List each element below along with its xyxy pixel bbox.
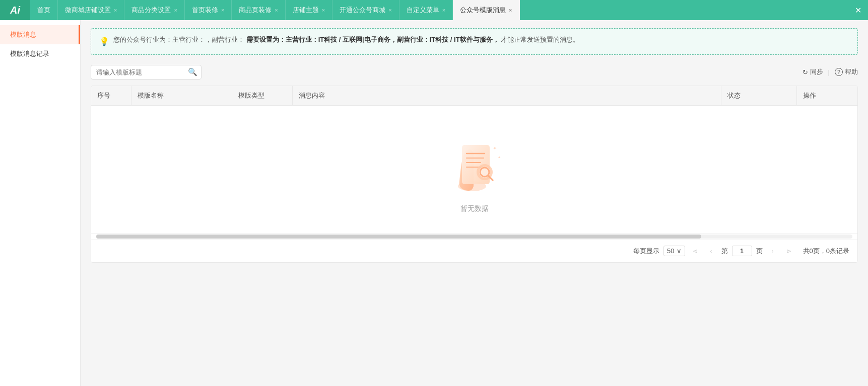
search-right: ↻ 同步 | ? 帮助 <box>803 67 858 76</box>
sidebar-item-template-msg[interactable]: 模版消息 <box>0 25 80 44</box>
topbar: Ai 首页微商城店铺设置×商品分类设置×首页装修×商品页装修×店铺主题×开通公众… <box>0 0 868 20</box>
th-index: 序号 <box>91 86 131 105</box>
search-input-wrap: 🔍 <box>91 65 202 80</box>
page-size-value: 50 <box>667 247 674 255</box>
search-left: 🔍 <box>91 65 202 80</box>
notice-banner: 💡 您的公众号行业为：主营行业：，副营行业： 需要设置为：主营行业：IT科技 /… <box>91 28 858 55</box>
tab-close-template-msg[interactable]: × <box>509 7 512 13</box>
th-action: 操作 <box>797 86 857 105</box>
chevron-down-icon: ∨ <box>677 247 682 255</box>
svg-text:✦: ✦ <box>498 156 501 159</box>
sync-icon: ↻ <box>803 68 808 76</box>
page-unit: 页 <box>756 247 763 256</box>
tab-bar: 首页微商城店铺设置×商品分类设置×首页装修×商品页装修×店铺主题×开通公众号商城… <box>30 0 848 20</box>
close-all-button[interactable]: ✕ <box>848 0 868 20</box>
horizontal-scrollbar[interactable] <box>91 234 857 240</box>
page-size-select[interactable]: 50 ∨ <box>663 246 685 256</box>
scrollbar-thumb <box>96 235 701 239</box>
first-page-button[interactable]: ⊲ <box>689 245 701 257</box>
app-logo: Ai <box>0 0 30 20</box>
tab-home[interactable]: 首页 <box>30 0 58 20</box>
help-icon: ? <box>835 68 843 76</box>
tab-close-store-theme[interactable]: × <box>322 7 325 13</box>
tab-close-open-mall[interactable]: × <box>388 7 391 13</box>
th-name: 模版名称 <box>131 86 232 105</box>
tab-category-settings[interactable]: 商品分类设置× <box>124 0 184 20</box>
tab-close-home-decor[interactable]: × <box>221 7 224 13</box>
notice-text: 您的公众号行业为：主营行业：，副营行业： 需要设置为：主营行业：IT科技 / 互… <box>113 35 579 45</box>
tab-custom-menu[interactable]: 自定义菜单× <box>399 0 453 20</box>
help-button[interactable]: ? 帮助 <box>835 67 858 76</box>
tab-close-wsc-settings[interactable]: × <box>114 7 117 13</box>
sync-label: 同步 <box>810 67 823 76</box>
content-area: 💡 您的公众号行业为：主营行业：，副营行业： 需要设置为：主营行业：IT科技 /… <box>81 20 868 386</box>
search-button[interactable]: 🔍 <box>188 67 197 76</box>
main-layout: 模版消息模版消息记录 💡 您的公众号行业为：主营行业：，副营行业： 需要设置为：… <box>0 20 868 386</box>
th-content: 消息内容 <box>293 86 721 105</box>
notice-highlight: 需要设置为：主营行业：IT科技 / 互联网|电子商务，副营行业：IT科技 / I… <box>246 36 499 43</box>
prev-page-button[interactable]: ‹ <box>705 245 717 257</box>
tab-template-msg[interactable]: 公众号模版消息× <box>453 0 519 20</box>
empty-illustration: ✦ ✦ <box>444 136 505 196</box>
tab-close-category-settings[interactable]: × <box>174 7 177 13</box>
page-label: 第 <box>721 247 728 256</box>
svg-text:✦: ✦ <box>493 145 497 151</box>
total-info: 共0页，0条记录 <box>803 247 849 256</box>
page-size-label: 每页显示 <box>633 247 659 256</box>
tab-close-custom-menu[interactable]: × <box>442 7 445 13</box>
scrollbar-track <box>96 235 852 239</box>
th-status: 状态 <box>721 86 797 105</box>
sync-button[interactable]: ↻ 同步 <box>803 67 823 76</box>
data-table: 序号模版名称模版类型消息内容状态操作 <box>91 86 858 263</box>
empty-state: ✦ ✦ 暂无数据 <box>91 106 857 234</box>
next-page-button[interactable]: › <box>767 245 779 257</box>
sidebar-item-template-msg-log[interactable]: 模版消息记录 <box>0 44 80 63</box>
search-bar: 🔍 ↻ 同步 | ? 帮助 <box>91 65 858 80</box>
pagination: 每页显示 50 ∨ ⊲ ‹ 第 页 › ⊳ 共0页，0条记录 <box>91 240 857 262</box>
page-number-input[interactable] <box>732 246 752 256</box>
tab-home-decor[interactable]: 首页装修× <box>185 0 232 20</box>
sidebar: 模版消息模版消息记录 <box>0 20 81 386</box>
search-input[interactable] <box>91 65 202 80</box>
divider: | <box>828 68 830 76</box>
empty-text: 暂无数据 <box>460 204 489 213</box>
tab-wsc-settings[interactable]: 微商城店铺设置× <box>58 0 124 20</box>
help-label: 帮助 <box>845 67 858 76</box>
tab-product-decor[interactable]: 商品页装修× <box>232 0 285 20</box>
tab-open-mall[interactable]: 开通公众号商城× <box>332 0 399 20</box>
table-header: 序号模版名称模版类型消息内容状态操作 <box>91 86 857 106</box>
notice-icon: 💡 <box>99 35 109 48</box>
tab-close-product-decor[interactable]: × <box>275 7 278 13</box>
tab-store-theme[interactable]: 店铺主题× <box>286 0 332 20</box>
last-page-button[interactable]: ⊳ <box>783 245 795 257</box>
th-type: 模版类型 <box>232 86 293 105</box>
